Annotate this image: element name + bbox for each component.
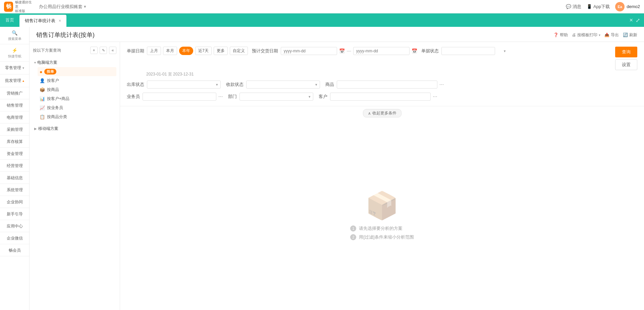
sidebar-item-member[interactable]: 畅会员 [0,244,29,256]
sidebar-item-operations[interactable]: 经营管理 [0,160,29,172]
product-more-icon[interactable]: ··· [439,82,444,88]
print-btn[interactable]: 🖨 按模板打印 ▾ [572,32,600,38]
tree-category-mobile[interactable]: ▶ 移动端方案 [33,124,116,133]
tree-item-by-salesperson[interactable]: 📈 按业务员 [38,103,116,112]
refresh-btn[interactable]: 🔄 刷新 [623,32,637,38]
help-btn[interactable]: ❓ 帮助 [553,32,568,38]
sidebar-item-retail[interactable]: 零售管理 ▾ [0,62,29,74]
tab-home[interactable]: 首页 [0,13,19,27]
user-area[interactable]: Ea demo2 [615,2,640,11]
filter-item-customer: 客户 ··· [319,93,437,101]
tree-item-by-customer[interactable]: 👤 按客户 [38,76,116,85]
content-area: 销售订单统计表(按单) ❓ 帮助 🖨 按模板打印 ▾ 📤 导出 🔄 刷新 [30,27,644,310]
add-scheme-btn[interactable]: + [90,47,98,54]
date-btn-year[interactable]: 本年 [179,47,193,55]
tree-item-product-label: 按商品 [47,87,59,93]
tab-close-icon[interactable]: × [59,18,61,23]
right-panel: 单据日期 上月 本月 本年 近7天 更多 自定义 [120,42,644,310]
salesperson-more-icon[interactable]: ··· [218,94,223,100]
export-btn[interactable]: 📤 导出 [604,32,619,38]
page-header: 销售订单统计表(按单) ❓ 帮助 🖨 按模板打印 ▾ 📤 导出 🔄 刷新 [30,27,644,42]
filter-item-product: 商品 ··· [325,81,444,89]
filter-salesperson-label: 业务员 [127,94,140,100]
sidebar-item-system[interactable]: 系统管理 [0,184,29,196]
collapse-btn[interactable]: ∧ 收起更多条件 [363,109,401,117]
sidebar-item-finance[interactable]: 资金管理 [0,148,29,160]
help-icon: ❓ [553,33,558,37]
tree-item-category-icon: 📋 [40,114,45,119]
inventory-label: 库存核算 [7,139,23,145]
filter-department-select[interactable] [239,93,313,101]
filter-customer-input[interactable] [330,93,431,101]
quicknav-icon: ⚡ [12,48,17,53]
date-btn-custom[interactable]: 自定义 [230,47,248,55]
sidebar-item-wechat[interactable]: 企业微信 [0,232,29,244]
print-dropdown-icon: ▾ [599,33,600,37]
query-btn[interactable]: 查询 [615,47,637,57]
sidebar-quicknav[interactable]: ⚡ 快捷导航 [0,44,29,62]
sidebar-search[interactable]: 🔍 搜索菜单 [0,27,29,44]
wholesale-arrow-icon: ▴ [22,79,24,83]
sidebar-item-inventory[interactable]: 库存核算 [0,136,29,148]
collapse-up-icon: ∧ [368,111,371,116]
collapse-bar[interactable]: ∧ 收起更多条件 [120,106,644,120]
expected-date-start-icon[interactable]: 📅 [339,48,345,54]
breadcrumb-dropdown-icon[interactable]: ▾ [84,4,86,9]
filter-salesperson-input[interactable] [143,93,216,101]
tab-minimize-btn[interactable]: × [629,17,633,24]
tab-active[interactable]: 销售订单统计表 × [19,15,66,27]
tree-item-order-badge: 按单 [44,69,56,74]
edit-scheme-btn[interactable]: ✎ [100,47,107,54]
wholesale-label: 批发管理 [5,78,21,84]
filter-product-input[interactable] [337,81,437,89]
sidebar-item-apps[interactable]: 应用中心 [0,220,29,232]
tab-bar: 首页 销售订单统计表 × × ⤢ [0,13,644,27]
filter-row-1-left: 单据日期 上月 本月 本年 近7天 更多 自定义 [127,47,611,55]
tab-maximize-btn[interactable]: ⤢ [636,17,640,23]
filter-status-select[interactable] [441,47,495,55]
sidebar-item-basics[interactable]: 基础信息 [0,172,29,184]
messages-action[interactable]: 💬 消息 [566,4,581,10]
sidebar-item-guide[interactable]: 新手引导 [0,208,29,220]
expected-date-start-input[interactable] [281,47,337,55]
date-btn-current-month[interactable]: 本月 [163,47,177,55]
sidebar-item-ecommerce[interactable]: 电商管理 [0,111,29,123]
tab-active-label: 销售订单统计表 [25,18,55,24]
purchase-label: 采购管理 [7,127,23,133]
collapse-label: 收起更多条件 [372,110,396,116]
sidebar-item-wholesale[interactable]: 批发管理 ▴ [0,74,29,87]
sidebar-item-purchase[interactable]: 采购管理 [0,123,29,136]
date-btn-last-month[interactable]: 上月 [147,47,161,55]
collapse-panel-btn[interactable]: « [109,47,116,54]
filter-shipment-select[interactable] [147,81,221,89]
page-actions: ❓ 帮助 🖨 按模板打印 ▾ 📤 导出 🔄 刷新 [553,32,637,38]
sidebar-item-enterprise[interactable]: 企业协同 [0,196,29,208]
tree-item-by-product[interactable]: 📦 按商品 [38,85,116,94]
tree-item-by-category[interactable]: 📋 按商品分类 [38,112,116,121]
tree-item-customer-label: 按客户 [47,78,59,84]
empty-hint-2: 2 用[过滤]条件来缩小分析范围 [350,234,414,240]
left-panel: 按以下方案查询 + ✎ « ▾ 电脑端方案 ● 按单 [30,42,120,310]
tree-item-by-cust-prod[interactable]: 📊 按客户+商品 [38,94,116,103]
app-download-action[interactable]: 📱 App下载 [587,4,610,10]
setting-btn[interactable]: 设置 [615,59,637,70]
tree-item-sales-icon: 📈 [40,105,45,110]
expected-date-end-input[interactable] [353,47,410,55]
top-bar-left: 畅 畅捷通好生意 标准版 办公用品行业模拟账套 ▾ [4,0,86,13]
expected-date-end-icon[interactable]: 📅 [412,48,417,54]
filter-grid: 单据日期 上月 本月 本年 近7天 更多 自定义 [120,42,644,105]
customer-more-icon[interactable]: ··· [433,94,437,100]
member-label: 畅会员 [9,248,21,253]
date-btn-more[interactable]: 更多 [214,47,228,55]
refresh-icon: 🔄 [623,33,628,37]
sidebar-item-marketing[interactable]: 营销推广 [0,87,29,99]
filter-row-1: 单据日期 上月 本月 本年 近7天 更多 自定义 [127,47,637,70]
filter-payment-select[interactable] [246,81,320,89]
sidebar-item-sales[interactable]: 销售管理 [0,99,29,111]
tree-category-pc[interactable]: ▾ 电脑端方案 [33,58,116,67]
filter-department-wrap [239,93,313,101]
left-panel-header: 按以下方案查询 + ✎ « [33,45,116,55]
filter-item-date: 单据日期 上月 本月 本年 近7天 更多 自定义 [127,47,248,55]
tree-item-by-order[interactable]: ● 按单 [38,67,116,76]
date-btn-7days[interactable]: 近7天 [195,47,212,55]
